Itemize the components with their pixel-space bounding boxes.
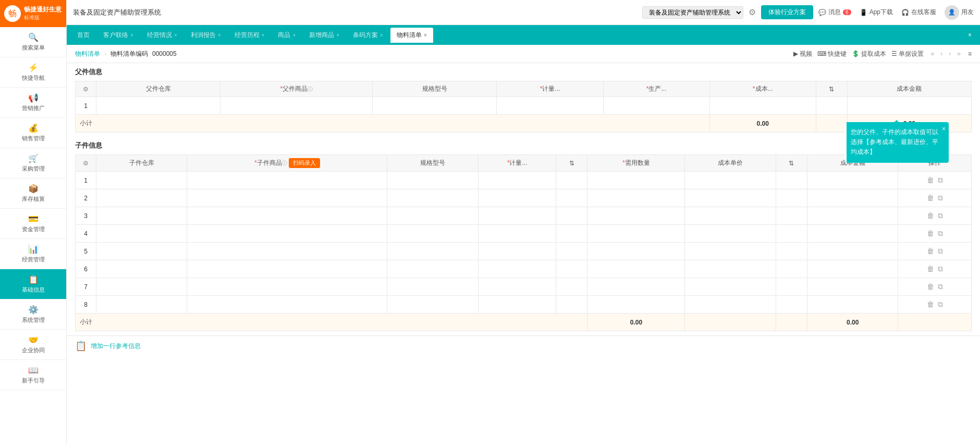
nav-tab-6[interactable]: 新增商品× <box>303 28 346 43</box>
child-row-2-quantity[interactable] <box>587 189 685 207</box>
child-row-6-unit-cost[interactable] <box>685 260 776 278</box>
app-download-button[interactable]: 📱 App下载 <box>860 8 893 17</box>
child-row-6-unit[interactable] <box>478 260 556 278</box>
child-row-8-quantity[interactable] <box>587 296 685 314</box>
child-row-3-product[interactable] <box>187 207 387 225</box>
shortcut-button[interactable]: ⌨ 快捷键 <box>817 50 847 58</box>
child-row-1-product[interactable] <box>187 172 387 189</box>
nav-tab-close-2[interactable]: × <box>174 32 177 38</box>
add-row-label[interactable]: 增加一行参考信息 <box>91 342 141 351</box>
child-row-2-spec[interactable] <box>387 189 478 207</box>
child-row-1-spec[interactable] <box>387 172 478 189</box>
child-row-7-copy-button[interactable]: ⧉ <box>937 281 944 292</box>
child-row-1-unit[interactable] <box>478 172 556 189</box>
nav-tab-5[interactable]: 商品× <box>272 28 302 43</box>
parent-row-1-production[interactable] <box>603 97 709 115</box>
child-row-3-unit[interactable] <box>478 207 556 225</box>
child-row-6-delete-button[interactable]: 🗑 <box>926 263 935 274</box>
nav-tab-close-3[interactable]: × <box>218 32 221 38</box>
prev-page-button[interactable]: ‹ <box>938 49 945 58</box>
child-row-7-product[interactable] <box>187 278 387 296</box>
child-row-4-unit[interactable] <box>478 225 556 243</box>
single-settings-button[interactable]: ☰ 单据设置 <box>891 50 924 58</box>
child-row-3-delete-button[interactable]: 🗑 <box>926 210 935 221</box>
breadcrumb-parent[interactable]: 物料清单 <box>75 50 100 58</box>
parent-col-gear-icon[interactable]: ⚙ <box>83 86 89 93</box>
nav-tab-2[interactable]: 经营情况× <box>141 28 183 43</box>
sidebar-item-search[interactable]: 🔍搜索菜单 <box>0 27 66 57</box>
close-all-tabs[interactable]: × <box>964 29 976 41</box>
last-page-button[interactable]: » <box>955 49 963 58</box>
child-row-7-spec[interactable] <box>387 278 478 296</box>
nav-tab-close-5[interactable]: × <box>292 32 296 38</box>
child-row-4-warehouse[interactable] <box>96 225 187 243</box>
child-row-8-unit[interactable] <box>478 296 556 314</box>
child-row-8-copy-button[interactable]: ⧉ <box>937 299 944 310</box>
parent-row-1-warehouse[interactable] <box>96 97 220 115</box>
next-page-button[interactable]: › <box>947 49 953 58</box>
child-row-5-delete-button[interactable]: 🗑 <box>926 246 935 256</box>
sidebar-item-operation[interactable]: 📊经营管理 <box>0 239 66 269</box>
child-row-1-delete-button[interactable]: 🗑 <box>926 175 935 185</box>
user-menu[interactable]: 👤 用友 <box>945 5 974 20</box>
online-service-button[interactable]: 🎧 在线客服 <box>901 8 936 17</box>
child-row-3-copy-button[interactable]: ⧉ <box>937 210 944 221</box>
child-row-2-delete-button[interactable]: 🗑 <box>926 193 935 203</box>
sidebar-item-marketing[interactable]: 📢营销推广 <box>0 88 66 118</box>
sidebar-item-enterprise[interactable]: 🤝企业协同 <box>0 330 66 360</box>
child-row-2-copy-button[interactable]: ⧉ <box>937 193 944 203</box>
child-row-8-spec[interactable] <box>387 296 478 314</box>
sidebar-item-quick-nav[interactable]: ⚡快捷导航 <box>0 57 66 88</box>
child-row-2-unit-cost[interactable] <box>685 189 776 207</box>
nav-tab-0[interactable]: 首页 <box>71 28 96 43</box>
child-row-5-unit-cost[interactable] <box>685 243 776 260</box>
child-row-2-warehouse[interactable] <box>96 189 187 207</box>
view-video-button[interactable]: ▶ 视频 <box>793 50 812 58</box>
child-row-4-spec[interactable] <box>387 225 478 243</box>
child-row-4-delete-button[interactable]: 🗑 <box>926 228 935 238</box>
child-row-2-product[interactable] <box>187 189 387 207</box>
sidebar-item-system[interactable]: ⚙️系统管理 <box>0 299 66 330</box>
child-row-5-quantity[interactable] <box>587 243 685 260</box>
sidebar-item-basic-info[interactable]: 📋基础信息 <box>0 269 66 299</box>
nav-tab-4[interactable]: 经营历程× <box>228 28 271 43</box>
sidebar-item-sales[interactable]: 💰销售管理 <box>0 118 66 148</box>
child-row-5-warehouse[interactable] <box>96 243 187 260</box>
first-page-button[interactable]: « <box>929 49 937 58</box>
child-col-gear-icon[interactable]: ⚙ <box>83 160 89 167</box>
child-row-3-spec[interactable] <box>387 207 478 225</box>
nav-tab-close-7[interactable]: × <box>380 32 383 38</box>
parent-row-1-spec[interactable] <box>373 97 497 115</box>
child-row-5-product[interactable] <box>187 243 387 260</box>
scan-input-button[interactable]: 扫码录入 <box>289 158 320 168</box>
child-row-6-quantity[interactable] <box>587 260 685 278</box>
child-row-7-warehouse[interactable] <box>96 278 187 296</box>
nav-tab-close-4[interactable]: × <box>262 32 265 38</box>
system-select[interactable]: 装备及固定资产辅助管理系统 <box>642 6 743 19</box>
parent-row-1-product[interactable] <box>220 97 373 115</box>
extract-cost-button[interactable]: 💲 提取成本 <box>852 50 886 58</box>
sidebar-item-finance[interactable]: 💳资金管理 <box>0 209 66 239</box>
sidebar-item-guide[interactable]: 📖新手引导 <box>0 360 66 390</box>
child-row-8-unit-cost[interactable] <box>685 296 776 314</box>
message-button[interactable]: 💬 消息 6 <box>818 8 851 17</box>
child-row-1-unit-cost[interactable] <box>685 172 776 189</box>
child-row-4-unit-cost[interactable] <box>685 225 776 243</box>
child-row-5-spec[interactable] <box>387 243 478 260</box>
sidebar-item-purchase[interactable]: 🛒采购管理 <box>0 148 66 178</box>
nav-tab-8[interactable]: 物料清单× <box>390 28 433 43</box>
sidebar-item-inventory[interactable]: 📦库存核算 <box>0 178 66 209</box>
child-row-4-quantity[interactable] <box>587 225 685 243</box>
nav-tab-3[interactable]: 利润报告× <box>185 28 227 43</box>
child-row-7-quantity[interactable] <box>587 278 685 296</box>
child-row-7-unit-cost[interactable] <box>685 278 776 296</box>
child-row-4-product[interactable] <box>187 225 387 243</box>
child-row-6-copy-button[interactable]: ⧉ <box>937 263 944 274</box>
child-row-6-product[interactable] <box>187 260 387 278</box>
child-row-6-warehouse[interactable] <box>96 260 187 278</box>
trial-button[interactable]: 体验行业方案 <box>761 5 813 19</box>
child-row-3-quantity[interactable] <box>587 207 685 225</box>
child-row-8-delete-button[interactable]: 🗑 <box>926 299 935 309</box>
child-row-1-quantity[interactable] <box>587 172 685 189</box>
child-row-5-unit[interactable] <box>478 243 556 260</box>
